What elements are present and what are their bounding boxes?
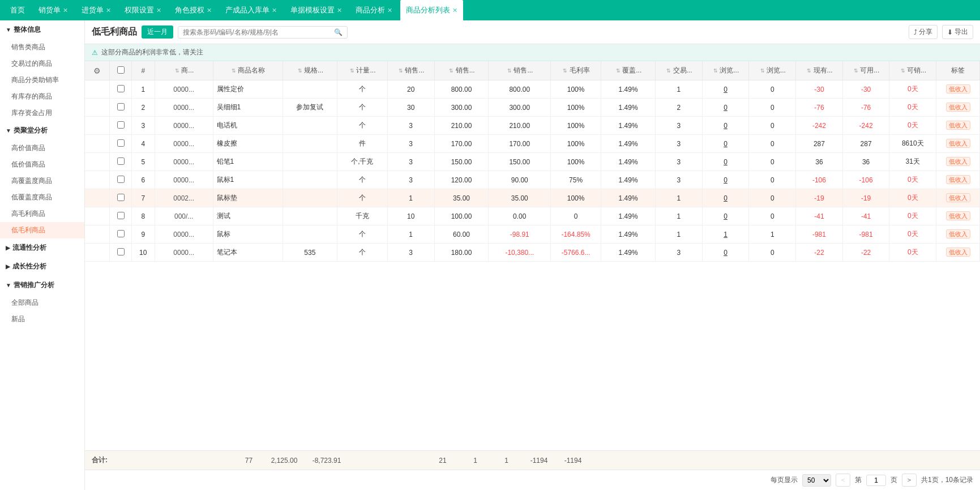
sidebar-item-low-value[interactable]: 低价值商品 — [0, 156, 84, 173]
row-tag: 低收入 — [936, 207, 980, 225]
row-select-checkbox[interactable] — [117, 194, 125, 201]
data-table: ⚙ # ⇅ 商... ⇅ 商品名称 — [85, 61, 980, 262]
sidebar-item-low-coverage[interactable]: 低覆盖度商品 — [0, 189, 84, 206]
row-unit: 个 — [337, 80, 387, 99]
row-checkbox[interactable] — [110, 99, 131, 117]
nav-home[interactable]: 首页 — [5, 0, 31, 20]
row-view1[interactable]: 0 — [702, 171, 749, 189]
select-all-checkbox[interactable] — [117, 66, 125, 74]
search-input[interactable] — [183, 28, 334, 36]
row-checkbox[interactable] — [110, 135, 131, 153]
row-checkbox[interactable] — [110, 189, 131, 207]
sidebar-section-liquidity[interactable]: ▶ 流通性分析 — [0, 238, 84, 257]
row-view1[interactable]: 0 — [702, 189, 749, 207]
close-analysis-icon[interactable]: ✕ — [387, 7, 392, 14]
nav-analysis-list[interactable]: 商品分析列表 ✕ — [400, 0, 463, 20]
table-body: 1 0000... 属性定价 个 20 800.00 800.00 100% 1… — [85, 80, 980, 262]
row-view1[interactable]: 0 — [702, 99, 749, 117]
prev-page-button[interactable]: ＜ — [836, 474, 850, 487]
nav-product-stock[interactable]: 产成品入库单 ✕ — [220, 0, 283, 20]
nav-sales-order[interactable]: 销货单 ✕ — [33, 0, 74, 20]
row-sales-qty: 3 — [387, 117, 434, 135]
page-input[interactable] — [866, 475, 886, 486]
search-icon[interactable]: 🔍 — [334, 28, 343, 36]
row-view1[interactable]: 1 — [702, 225, 749, 244]
table-container[interactable]: ⚙ # ⇅ 商... ⇅ 商品名称 — [85, 61, 980, 450]
close-analysis-list-icon[interactable]: ✕ — [452, 7, 457, 14]
next-page-button[interactable]: ＞ — [902, 474, 917, 487]
row-sales-profit: 150.00 — [489, 153, 551, 171]
nav-permissions[interactable]: 权限设置 ✕ — [119, 0, 167, 20]
row-sellable: 8610天 — [889, 135, 936, 153]
header-actions: ⤴ 分享 ⬇ 导出 — [909, 25, 973, 39]
row-view1[interactable]: 0 — [702, 80, 749, 99]
row-select-checkbox[interactable] — [117, 230, 125, 237]
row-select-checkbox[interactable] — [117, 103, 125, 110]
per-page-select[interactable]: 50 10 20 100 — [802, 474, 831, 487]
row-view1[interactable]: 0 — [702, 244, 749, 262]
nav-template-settings[interactable]: 单据模板设置 ✕ — [285, 0, 348, 20]
sidebar-section-marketing[interactable]: ▼ 营销推广分析 — [0, 276, 84, 295]
row-select-checkbox[interactable] — [117, 176, 125, 183]
row-checkbox[interactable] — [110, 207, 131, 225]
sidebar-item-new-products[interactable]: 新品 — [0, 311, 84, 327]
row-checkbox[interactable] — [110, 171, 131, 189]
content-area: 低毛利商品 近一月 🔍 ⤴ 分享 ⬇ 导出 — [85, 20, 980, 490]
row-current-stock: 36 — [796, 153, 843, 171]
row-unit: 个 — [337, 244, 387, 262]
row-checkbox[interactable] — [110, 225, 131, 244]
row-tag: 低收入 — [936, 80, 980, 99]
row-code: 0002... — [155, 189, 213, 207]
nav-product-analysis[interactable]: 商品分析 ✕ — [350, 0, 398, 20]
close-role-icon[interactable]: ✕ — [207, 7, 212, 14]
row-sales-profit: 210.00 — [489, 117, 551, 135]
row-select-checkbox[interactable] — [117, 157, 125, 165]
sidebar-section-cluster[interactable]: ▼ 类聚堂分析 — [0, 121, 84, 140]
row-select-checkbox[interactable] — [117, 85, 125, 92]
close-purchase-icon[interactable]: ✕ — [106, 7, 111, 14]
sidebar-item-high-value[interactable]: 高价值商品 — [0, 140, 84, 156]
period-button[interactable]: 近一月 — [142, 25, 173, 39]
export-button[interactable]: ⬇ 导出 — [942, 25, 973, 39]
sidebar-item-sales-products[interactable]: 销售类商品 — [0, 39, 84, 56]
row-view1[interactable]: 0 — [702, 207, 749, 225]
row-select-checkbox[interactable] — [117, 121, 125, 129]
row-sellable: 31天 — [889, 153, 936, 171]
row-gross-rate: 100% — [551, 189, 601, 207]
sidebar-section-overview[interactable]: ▼ 整体信息 — [0, 20, 84, 39]
notice-bar: ⚠ 这部分商品的利润非常低，请关注 — [85, 44, 980, 61]
close-product-icon[interactable]: ✕ — [272, 7, 277, 14]
row-checkbox[interactable] — [110, 117, 131, 135]
sidebar-item-traded-products[interactable]: 交易过的商品 — [0, 56, 84, 72]
close-template-icon[interactable]: ✕ — [337, 7, 342, 14]
sidebar-item-stocked-products[interactable]: 有库存的商品 — [0, 88, 84, 105]
sidebar-item-all-products[interactable]: 全部商品 — [0, 295, 84, 311]
sidebar-item-stock-capital[interactable]: 库存资金占用 — [0, 105, 84, 121]
row-no: 10 — [131, 244, 155, 262]
row-tag: 低收入 — [936, 99, 980, 117]
row-checkbox[interactable] — [110, 153, 131, 171]
row-view1[interactable]: 0 — [702, 135, 749, 153]
row-checkbox[interactable] — [110, 80, 131, 99]
sidebar-item-high-coverage[interactable]: 高覆盖度商品 — [0, 173, 84, 189]
row-view1[interactable]: 0 — [702, 117, 749, 135]
row-select-checkbox[interactable] — [117, 139, 125, 147]
sidebar-item-high-margin[interactable]: 高毛利商品 — [0, 206, 84, 222]
row-sales-price: 170.00 — [434, 135, 489, 153]
nav-purchase-order[interactable]: 进货单 ✕ — [76, 0, 117, 20]
share-button[interactable]: ⤴ 分享 — [909, 25, 938, 39]
row-select-checkbox[interactable] — [117, 212, 125, 219]
nav-role-auth[interactable]: 角色授权 ✕ — [169, 0, 217, 20]
sidebar-item-category-rate[interactable]: 商品分类助销率 — [0, 72, 84, 88]
sidebar-section-growth[interactable]: ▶ 成长性分析 — [0, 257, 84, 276]
row-select-checkbox[interactable] — [117, 248, 125, 255]
close-sales-order-icon[interactable]: ✕ — [63, 7, 68, 14]
row-no: 5 — [131, 153, 155, 171]
settings-icon[interactable]: ⚙ — [93, 66, 101, 75]
row-checkbox[interactable] — [110, 244, 131, 262]
close-permissions-icon[interactable]: ✕ — [156, 7, 161, 14]
row-view1[interactable]: 0 — [702, 153, 749, 171]
sidebar-item-low-margin[interactable]: 低毛利商品 — [0, 222, 84, 238]
row-settings — [85, 153, 110, 171]
row-name: 橡皮擦 — [213, 135, 283, 153]
